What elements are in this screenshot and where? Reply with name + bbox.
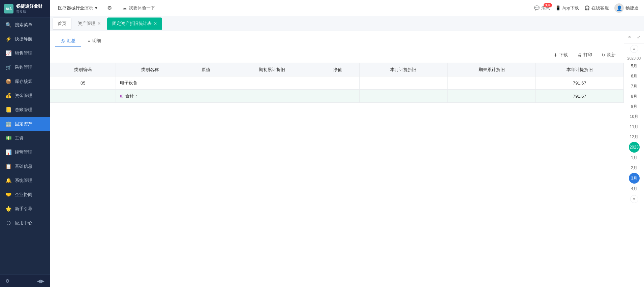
depreciation-tab-close[interactable]: ✕	[154, 22, 157, 26]
month-item-2[interactable]: 2月	[631, 163, 637, 173]
sidebar-label-sales: 销售管理	[15, 50, 32, 56]
month-item-7[interactable]: 7月	[631, 81, 637, 91]
sidebar-icon-guide: 🌟	[5, 206, 11, 212]
sidebar-icon-app-center: ⬡	[5, 220, 11, 226]
date-panel-expand-button[interactable]: ⤢	[635, 34, 642, 40]
gear-icon: ⚙	[107, 5, 112, 11]
sidebar-item-inventory[interactable]: 📦 库存核算	[0, 74, 50, 89]
sidebar-label-guide: 新手引导	[15, 206, 32, 212]
month-item-11[interactable]: 11月	[630, 122, 638, 132]
topbar-settings-button[interactable]: ⚙	[104, 3, 115, 13]
message-icon: 💬	[534, 5, 540, 10]
user-profile-button[interactable]: 👤 畅捷通	[614, 3, 639, 13]
table-row: 05 电子设备 791.67	[50, 76, 624, 90]
app-download-label: App下载	[562, 5, 579, 11]
sidebar-icon-funds: 💰	[5, 93, 11, 99]
month-item-5[interactable]: 5月	[631, 61, 637, 71]
sidebar-icon-payroll: 💵	[5, 135, 11, 141]
sidebar-item-purchase[interactable]: 🛒 采购管理	[0, 60, 50, 74]
col-code: 类别编码	[50, 63, 116, 76]
total-cell-code	[50, 90, 116, 103]
sidebar-label-enterprise: 企业协同	[15, 192, 32, 198]
month-item-12[interactable]: 12月	[630, 132, 638, 142]
month-item-8[interactable]: 8月	[631, 91, 637, 101]
message-button[interactable]: 💬 消息 99+	[534, 5, 550, 11]
sidebar-label-payroll: 工资	[15, 135, 24, 141]
download-icon: 📱	[555, 5, 561, 10]
collapse-sidebar-button[interactable]: ◀▶	[37, 278, 44, 284]
scroll-down-button[interactable]: ▼	[630, 195, 638, 203]
sidebar-item-payroll[interactable]: 💵 工资	[0, 131, 50, 145]
subtab-summary[interactable]: ◎ 汇总	[55, 35, 81, 47]
sidebar-item-search[interactable]: 🔍 搜索菜单	[0, 18, 50, 32]
sidebar-item-operations[interactable]: 📊 经营管理	[0, 145, 50, 159]
total-icon: ⊞	[120, 94, 123, 98]
sidebar-item-ledger[interactable]: 📒 总账管理	[0, 103, 50, 117]
refresh-icon: ↻	[602, 53, 605, 58]
experience-icon: ☁	[122, 5, 127, 10]
sidebar-label-inventory: 库存核算	[15, 78, 32, 85]
month-item-10[interactable]: 10月	[630, 111, 638, 122]
month-item-6[interactable]: 6月	[631, 71, 637, 81]
content-area: ◎ 汇总 ≡ 明细 ⬇ 下载 🖨 打印 ↻	[50, 31, 644, 287]
asset-mgmt-tab-label: 资产管理	[78, 21, 95, 27]
date-panel: ✕ ⤢ ▲ 2023.03 5月 6月 7月 8月 9月 10月 11月 12月	[624, 31, 644, 287]
print-label: 打印	[583, 52, 592, 58]
subtab-detail[interactable]: ≡ 明细	[82, 35, 106, 47]
sidebar-label-purchase: 采购管理	[15, 64, 32, 70]
tab-asset-management[interactable]: 资产管理 ✕	[73, 18, 106, 30]
home-tab-label: 首页	[58, 21, 66, 27]
month-item-1[interactable]: 1月	[631, 153, 637, 163]
date-panel-header: ✕ ⤢	[624, 31, 644, 43]
sidebar-item-quick-nav[interactable]: ⚡ 快捷导航	[0, 32, 50, 46]
sidebar-item-guide[interactable]: 🌟 新手引导	[0, 202, 50, 216]
sidebar-item-basic-info[interactable]: 📋 基础信息	[0, 159, 50, 173]
company-selector[interactable]: 医疗器械行业演示 ▾	[55, 4, 100, 12]
customer-service-button[interactable]: 🎧 在线客服	[584, 5, 609, 11]
sidebar: AtA 畅捷通好业财 普及版 🔍 搜索菜单 ⚡ 快捷导航 📈 销售管理 🛒 采购…	[0, 0, 50, 287]
month-item-4[interactable]: 4月	[631, 184, 637, 194]
date-panel-content: ▲ 2023.03 5月 6月 7月 8月 9月 10月 11月 12月 202…	[624, 43, 644, 204]
tab-home[interactable]: 首页	[53, 18, 71, 30]
sidebar-item-app-center[interactable]: ⬡ 应用中心	[0, 216, 50, 230]
sidebar-item-fixed-assets[interactable]: 🏢 固定资产	[0, 117, 50, 131]
month-item-3-active[interactable]: 3月	[629, 173, 640, 184]
sidebar-icon-quick-nav: ⚡	[5, 36, 11, 42]
app-title: 畅捷通好业财	[16, 3, 42, 9]
date-panel-scroll: ▲ 2023.03 5月 6月 7月 8月 9月 10月 11月 12月 202…	[624, 43, 644, 287]
cell-code: 05	[50, 76, 116, 90]
total-monthly-dep	[360, 90, 448, 103]
sidebar-item-enterprise[interactable]: 🤝 企业协同	[0, 188, 50, 202]
table-total-row: ⊞ 合计： 791.67	[50, 90, 624, 103]
sidebar-footer: ⚙ ◀▶	[0, 275, 50, 287]
sidebar-item-funds[interactable]: 💰 资金管理	[0, 89, 50, 103]
company-dropdown-icon: ▾	[95, 5, 97, 10]
sidebar-icon-enterprise: 🤝	[5, 192, 11, 198]
tab-depreciation-report[interactable]: 固定资产折旧统计表 ✕	[107, 18, 162, 30]
main-content: 医疗器械行业演示 ▾ ⚙ ☁ 我要体验一下 💬 消息 99+ 📱 App下载 🎧…	[50, 0, 644, 287]
download-button[interactable]: ⬇ 下载	[551, 51, 571, 59]
sidebar-icon-fixed-assets: 🏢	[5, 121, 11, 127]
total-original	[184, 90, 228, 103]
sidebar-label-system: 系统管理	[15, 178, 32, 184]
month-item-9[interactable]: 9月	[631, 101, 637, 111]
sidebar-item-system[interactable]: 🔔 系统管理	[0, 173, 50, 188]
app-download-button[interactable]: 📱 App下载	[555, 5, 579, 11]
col-yearly-dep: 本年计提折旧	[535, 63, 623, 76]
detail-label: 明细	[92, 38, 101, 44]
sidebar-header-text: 畅捷通好业财 普及版	[16, 3, 42, 14]
year-2023-label[interactable]: 2023	[629, 142, 640, 153]
table-header-row: 类别编码 类别名称 原值 期初累计折旧 净值 本月计提折旧 期未累计折旧 本年计…	[50, 63, 624, 76]
user-avatar: 👤	[614, 3, 624, 13]
sidebar-item-sales[interactable]: 📈 销售管理	[0, 46, 50, 60]
scroll-up-button[interactable]: ▲	[630, 45, 638, 53]
print-button[interactable]: 🖨 打印	[575, 51, 595, 59]
asset-mgmt-tab-close[interactable]: ✕	[97, 22, 101, 26]
col-monthly-dep: 本月计提折旧	[360, 63, 448, 76]
experience-button[interactable]: ☁ 我要体验一下	[119, 4, 158, 12]
date-panel-close-button[interactable]: ✕	[626, 34, 633, 40]
cell-original	[184, 76, 228, 90]
settings-icon[interactable]: ⚙	[5, 278, 10, 284]
refresh-button[interactable]: ↻ 刷新	[599, 51, 618, 59]
detail-icon: ≡	[88, 38, 90, 43]
